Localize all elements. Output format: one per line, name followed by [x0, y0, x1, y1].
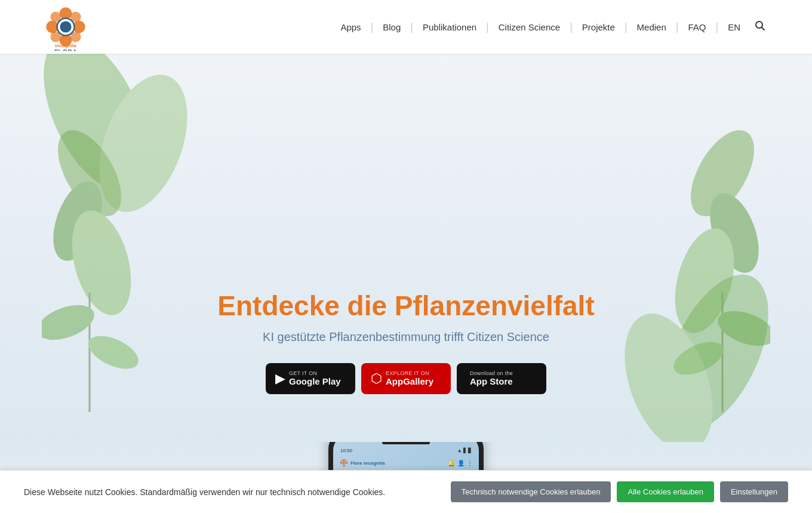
cookie-settings-button[interactable]: Einstellungen [720, 481, 788, 502]
svg-text:FLORA: FLORA [54, 48, 78, 51]
svg-text:incognita: incognita [55, 43, 76, 48]
phone-action-icons: 🔔 👤 ⋮ [448, 460, 473, 466]
svg-point-18 [42, 298, 99, 346]
cookie-necessary-button[interactable]: Technisch notwendige Cookies erlauben [451, 481, 611, 502]
google-play-small: GET IT ON [289, 370, 341, 377]
huawei-badge[interactable]: ⬡ EXPLORE IT ON AppGallery [361, 363, 451, 394]
phone-signal: ▲ ▋ ▊ [457, 448, 472, 453]
app-badges-group: ▶ GET IT ON Google Play ⬡ EXPLORE IT ON … [266, 363, 546, 394]
svg-point-35 [345, 460, 347, 462]
svg-point-31 [343, 464, 345, 466]
svg-point-19 [84, 329, 143, 376]
search-icon [755, 20, 765, 31]
svg-point-25 [669, 335, 728, 382]
nav-medien[interactable]: Medien [628, 22, 676, 32]
svg-point-34 [341, 460, 343, 462]
svg-point-21 [700, 186, 768, 279]
phone-notch [382, 442, 430, 444]
svg-point-20 [678, 120, 767, 227]
phone-logo-icon [339, 458, 349, 468]
phone-logo-area: Flora incognita [339, 458, 385, 468]
google-play-badge[interactable]: ▶ GET IT ON Google Play [266, 363, 355, 394]
svg-point-24 [713, 304, 770, 352]
google-play-text: GET IT ON Google Play [289, 370, 341, 388]
svg-point-14 [45, 120, 134, 227]
huawei-big: AppGallery [386, 376, 433, 387]
top-left-leaf [36, 54, 215, 263]
phone-menu-icon: ⋮ [467, 460, 473, 466]
svg-point-15 [44, 174, 112, 267]
nav-apps[interactable]: Apps [331, 22, 370, 32]
svg-point-32 [340, 462, 342, 464]
right-plant-decoration [651, 54, 770, 412]
svg-point-33 [345, 462, 347, 464]
huawei-text: EXPLORE IT ON AppGallery [386, 370, 433, 388]
cookie-buttons: Technisch notwendige Cookies erlauben Al… [451, 481, 788, 502]
svg-point-30 [343, 459, 345, 461]
nav-publikationen[interactable]: Publikationen [413, 22, 486, 32]
search-button[interactable] [750, 20, 770, 34]
logo-icon: incognita FLORA [42, 3, 90, 51]
nav-lang[interactable]: EN [718, 22, 750, 32]
huawei-icon: ⬡ [371, 371, 382, 386]
svg-point-28 [643, 259, 776, 442]
left-plant-decoration [42, 54, 161, 412]
main-nav: Apps | Blog | Publikationen | Citizen Sc… [331, 20, 770, 34]
cookie-all-button[interactable]: Alle Cookies erlauben [617, 481, 713, 502]
app-store-big: App Store [470, 376, 513, 387]
huawei-small: EXPLORE IT ON [386, 370, 433, 377]
phone-user-icon: 👤 [457, 460, 465, 466]
site-header: incognita FLORA Apps | Blog | Publikatio… [0, 0, 812, 54]
svg-point-22 [665, 222, 745, 339]
nav-projekte[interactable]: Projekte [573, 22, 625, 32]
phone-app-name: Flora incognita [350, 460, 385, 466]
logo-link[interactable]: incognita FLORA [42, 3, 90, 51]
svg-point-29 [608, 302, 730, 442]
nav-blog[interactable]: Blog [373, 22, 410, 32]
app-store-badge[interactable]: Download on the App Store [457, 363, 546, 394]
svg-point-27 [82, 63, 204, 224]
hero-subtitle: KI gestützte Pflanzenbestimmung trifft C… [263, 330, 549, 344]
svg-point-16 [61, 204, 142, 321]
svg-point-9 [60, 21, 71, 32]
svg-point-37 [343, 462, 345, 463]
svg-line-13 [762, 27, 765, 30]
nav-faq[interactable]: FAQ [678, 22, 715, 32]
hero-section: Entdecke die Pflanzenvielfalt KI gestütz… [0, 54, 812, 442]
cookie-text: Diese Webseite nutzt Cookies. Standardmä… [24, 487, 439, 497]
google-play-big: Google Play [289, 376, 341, 387]
app-store-small: Download on the [470, 370, 513, 377]
nav-citizen-science[interactable]: Citizen Science [489, 22, 570, 32]
bottom-right-leaf [597, 203, 776, 442]
app-store-text: Download on the App Store [470, 370, 513, 388]
phone-bell-icon: 🔔 [448, 460, 455, 466]
google-play-icon: ▶ [275, 371, 285, 386]
cookie-banner: Diese Webseite nutzt Cookies. Standardmä… [0, 470, 812, 513]
svg-point-26 [36, 54, 169, 207]
hero-title: Entdecke die Pflanzenvielfalt [217, 290, 594, 322]
phone-time: 10:50 [340, 448, 352, 453]
